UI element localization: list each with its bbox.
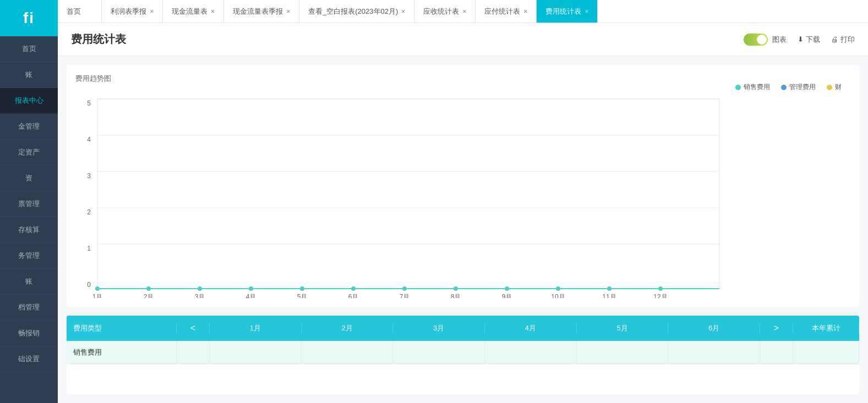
svg-point-24 bbox=[658, 286, 663, 291]
th-prev[interactable]: < bbox=[177, 323, 210, 333]
print-label: 打印 bbox=[840, 35, 855, 45]
legend-admin: 管理费用 bbox=[781, 82, 816, 92]
th-month-5: 5月 bbox=[577, 323, 669, 333]
svg-text:9月: 9月 bbox=[502, 293, 512, 298]
svg-point-14 bbox=[146, 286, 151, 291]
svg-point-13 bbox=[95, 286, 100, 291]
tab-cashflow-label: 现金流量表 bbox=[172, 7, 208, 16]
svg-text:4月: 4月 bbox=[246, 293, 256, 298]
legend-sales: 销售费用 bbox=[735, 82, 770, 92]
tab-expense-close[interactable]: × bbox=[585, 8, 588, 15]
legend-finance-label: 财 bbox=[835, 82, 842, 92]
tab-receivable-label: 应收统计表 bbox=[423, 7, 459, 16]
td-total bbox=[793, 341, 859, 363]
sidebar-item-capital[interactable]: 资 bbox=[0, 165, 58, 191]
table-header: 费用类型 < 1月 2月 3月 4月 5月 6月 > 本年累计 bbox=[67, 316, 859, 341]
tab-expense-label: 费用统计表 bbox=[545, 7, 581, 16]
tab-profit-quarter-close[interactable]: × bbox=[150, 8, 154, 15]
svg-point-23 bbox=[607, 286, 612, 291]
tab-blank-report-close[interactable]: × bbox=[401, 8, 405, 15]
tab-receivable-close[interactable]: × bbox=[462, 8, 466, 15]
legend-sales-label: 销售费用 bbox=[744, 82, 770, 92]
td-nav-next bbox=[760, 341, 793, 363]
svg-text:2月: 2月 bbox=[144, 293, 154, 298]
svg-text:11月: 11月 bbox=[602, 293, 616, 298]
chart-title: 费用趋势图 bbox=[75, 74, 850, 84]
page-area: 费用统计表 图表 ⬇ 下载 🖨 打印 bbox=[58, 23, 868, 403]
svg-point-17 bbox=[300, 286, 304, 291]
tab-cashflow-close[interactable]: × bbox=[211, 8, 215, 15]
tab-home[interactable]: 首页 bbox=[58, 0, 102, 23]
legend-admin-label: 管理费用 bbox=[789, 82, 816, 92]
svg-point-19 bbox=[402, 286, 407, 291]
tab-cashflow-quarter[interactable]: 现金流量表季报 × bbox=[224, 0, 299, 23]
tab-profit-quarter-label: 利润表季报 bbox=[111, 7, 146, 16]
th-month-4: 4月 bbox=[485, 323, 577, 333]
svg-point-22 bbox=[556, 286, 560, 291]
main-content: 首页 利润表季报 × 现金流量表 × 现金流量表季报 × 查看_空白报表(202… bbox=[58, 0, 868, 403]
svg-text:1月: 1月 bbox=[92, 293, 103, 298]
print-button[interactable]: 🖨 打印 bbox=[831, 35, 855, 45]
sidebar-item-tickets[interactable]: 票管理 bbox=[0, 191, 58, 217]
th-month-2: 2月 bbox=[302, 323, 394, 333]
legend-admin-dot bbox=[781, 85, 787, 90]
sidebar-item-assets[interactable]: 定资产 bbox=[0, 140, 58, 165]
sidebar-item-services[interactable]: 务管理 bbox=[0, 243, 58, 269]
svg-text:2: 2 bbox=[87, 208, 91, 216]
tab-profit-quarter[interactable]: 利润表季报 × bbox=[102, 0, 163, 23]
th-type: 费用类型 bbox=[67, 323, 177, 333]
sidebar-item-settings[interactable]: 础设置 bbox=[0, 346, 58, 372]
download-button[interactable]: ⬇ 下载 bbox=[798, 35, 820, 45]
svg-text:12月: 12月 bbox=[653, 293, 667, 298]
tab-bar: 首页 利润表季报 × 现金流量表 × 现金流量表季报 × 查看_空白报表(202… bbox=[58, 0, 868, 23]
table-section: 费用类型 < 1月 2月 3月 4月 5月 6月 > 本年累计 销售费用 bbox=[67, 316, 859, 394]
tab-blank-report[interactable]: 查看_空白报表(2023年02月) × bbox=[299, 0, 414, 23]
download-icon: ⬇ bbox=[798, 35, 804, 43]
tab-blank-report-label: 查看_空白报表(2023年02月) bbox=[308, 7, 398, 16]
svg-text:5月: 5月 bbox=[297, 293, 308, 298]
tab-home-label: 首页 bbox=[67, 7, 81, 16]
sidebar-item-reports[interactable]: 报表中心 bbox=[0, 88, 58, 114]
svg-rect-6 bbox=[97, 99, 719, 289]
td-m6 bbox=[668, 341, 760, 363]
download-label: 下载 bbox=[806, 35, 820, 45]
page-header: 费用统计表 图表 ⬇ 下载 🖨 打印 bbox=[58, 23, 868, 56]
legend-sales-dot bbox=[735, 85, 741, 90]
sidebar-logo: fi bbox=[0, 0, 58, 36]
svg-text:10月: 10月 bbox=[551, 293, 565, 298]
td-nav-prev bbox=[177, 341, 210, 363]
sidebar-item-expense[interactable]: 畅报销 bbox=[0, 321, 58, 346]
print-icon: 🖨 bbox=[831, 35, 838, 43]
svg-text:1: 1 bbox=[87, 245, 91, 252]
chart-toggle[interactable] bbox=[744, 34, 768, 46]
tab-cashflow-quarter-close[interactable]: × bbox=[286, 8, 290, 15]
tab-cashflow[interactable]: 现金流量表 × bbox=[163, 0, 224, 23]
sidebar-item-ledger[interactable]: 账 bbox=[0, 269, 58, 295]
legend-finance: 财 bbox=[827, 82, 842, 92]
sidebar-item-archives[interactable]: 档管理 bbox=[0, 295, 58, 321]
sidebar: fi 首页 账 报表中心 金管理 定资产 资 票管理 存核算 务管理 账 档管理… bbox=[0, 0, 58, 403]
th-total: 本年累计 bbox=[793, 323, 859, 333]
sidebar-item-finance[interactable]: 金管理 bbox=[0, 114, 58, 140]
chart-section: 费用趋势图 销售费用 管理费用 财 bbox=[67, 65, 859, 307]
th-next[interactable]: > bbox=[760, 323, 793, 333]
tab-receivable[interactable]: 应收统计表 × bbox=[414, 0, 476, 23]
sidebar-item-inventory[interactable]: 存核算 bbox=[0, 217, 58, 243]
svg-text:0: 0 bbox=[87, 281, 91, 289]
tab-payable[interactable]: 应付统计表 × bbox=[476, 0, 537, 23]
app-container: fi 首页 账 报表中心 金管理 定资产 资 票管理 存核算 务管理 账 档管理… bbox=[0, 0, 868, 403]
svg-text:7月: 7月 bbox=[400, 293, 410, 298]
th-month-1: 1月 bbox=[210, 323, 302, 333]
tab-payable-close[interactable]: × bbox=[523, 8, 527, 15]
td-m5 bbox=[577, 341, 669, 363]
sidebar-item-home[interactable]: 首页 bbox=[0, 36, 58, 62]
svg-text:5: 5 bbox=[87, 100, 91, 107]
svg-text:3月: 3月 bbox=[195, 293, 205, 298]
tab-expense[interactable]: 费用统计表 × bbox=[537, 0, 598, 23]
sidebar-item-account[interactable]: 账 bbox=[0, 62, 58, 88]
chart-legend: 销售费用 管理费用 财 bbox=[735, 82, 842, 92]
svg-point-21 bbox=[505, 286, 509, 291]
toggle-label: 图表 bbox=[772, 35, 787, 45]
tab-payable-label: 应付统计表 bbox=[484, 7, 520, 16]
td-m4 bbox=[485, 341, 577, 363]
